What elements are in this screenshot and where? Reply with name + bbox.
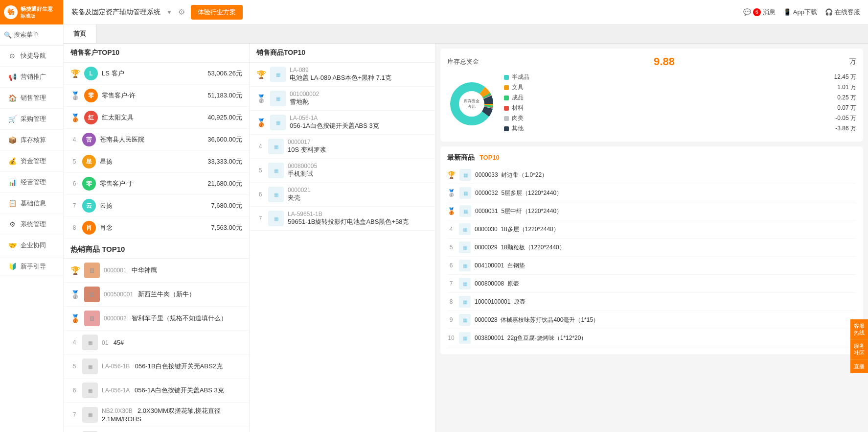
product-code: 0000017 bbox=[288, 139, 428, 145]
sidebar-item-enterprise[interactable]: 🤝企业协同 bbox=[0, 235, 63, 256]
inventory-panel: 库存总资金 9.88 万 bbox=[440, 48, 863, 142]
main-wrapper: 装备及固定资产辅助管理系统 ▼ ⚙ 体验行业方案 💬 6 消息 📱 App下载 … bbox=[64, 0, 868, 432]
customer-avatar: 肖 bbox=[82, 221, 96, 235]
app-download-button[interactable]: 📱 App下载 bbox=[783, 8, 817, 17]
sidebar-item-guide[interactable]: 🔰新手引导 bbox=[0, 256, 63, 277]
rank-icon: 🥈 bbox=[70, 91, 80, 100]
rank-num: 7 bbox=[256, 215, 264, 222]
svg-text:库存资金: 库存资金 bbox=[464, 99, 480, 103]
inventory-total-value: 9.88 bbox=[654, 55, 675, 68]
customer-avatar: 云 bbox=[82, 199, 96, 213]
product-list-item: 🥈 ▦ 001000002 雪地靴 bbox=[250, 87, 435, 111]
product-name: 手机测试 bbox=[288, 169, 428, 178]
sidebar-item-finance[interactable]: 💰资金管理 bbox=[0, 151, 63, 172]
legend-item: 其他 -3.86 万 bbox=[504, 124, 856, 133]
product-code: 000800005 bbox=[288, 163, 428, 169]
product-info: 000800005 手机测试 bbox=[288, 163, 428, 178]
new-product-thumb: ▦ bbox=[459, 205, 471, 217]
hot-product-name: 056-1B白色按键开关壳ABS2克 bbox=[135, 362, 223, 370]
hot-product-info: LA-056-1B 056-1B白色按键开关壳ABS2克 bbox=[102, 362, 242, 371]
float-buttons: 客服热线服务社区直播 bbox=[850, 319, 868, 373]
customer-section-header: 销售客户TOP10 bbox=[64, 44, 249, 63]
new-product-item: 6 ▦ 004100001 白钢垫 bbox=[447, 257, 856, 275]
rank-num: 5 bbox=[447, 244, 455, 251]
system-title: 装备及固定资产辅助管理系统 bbox=[71, 8, 160, 17]
rank-icon: 🥉 bbox=[447, 207, 456, 215]
float-button[interactable]: 客服热线 bbox=[850, 319, 868, 340]
legend-label: 成品 bbox=[512, 94, 834, 102]
legend-label: 肉类 bbox=[512, 114, 832, 122]
thumb-img: 🖼 bbox=[90, 316, 94, 321]
dropdown-icon[interactable]: ▼ bbox=[166, 9, 172, 16]
product-code: 001000002 bbox=[290, 91, 428, 97]
sidebar-nav: ⊙快捷导航📢营销推广🏠销售管理🛒采购管理📦库存核算💰资金管理📊经营管理📋基础信息… bbox=[0, 46, 63, 432]
rank-num: 10 bbox=[447, 335, 455, 341]
new-product-text: 0000033 封边带（1.0*22） bbox=[475, 171, 856, 179]
customer-list-item: 8 肖 肖念 7,563.00元 bbox=[64, 217, 249, 239]
sidebar-item-quick-nav[interactable]: ⊙快捷导航 bbox=[0, 46, 63, 67]
customer-name: 肖念 bbox=[100, 223, 207, 232]
rank-num: 8 bbox=[447, 298, 455, 305]
legend-dot bbox=[504, 75, 509, 80]
trial-button[interactable]: 体验行业方案 bbox=[191, 5, 243, 20]
new-product-thumb: ▦ bbox=[459, 278, 471, 289]
product-thumb: ▦ bbox=[270, 91, 286, 106]
legend-value: 0.07 万 bbox=[837, 104, 856, 112]
hot-product-code: 01 bbox=[102, 339, 112, 346]
new-product-item: 5 ▦ 0000029 18颗粒板（1220*2440） bbox=[447, 239, 856, 257]
sidebar-search[interactable]: 🔍 搜索菜单 bbox=[0, 24, 63, 46]
product-list-item: 5 ▦ 000800005 手机测试 bbox=[250, 159, 435, 183]
sidebar-item-system[interactable]: ⚙系统管理 bbox=[0, 214, 63, 235]
legend-item: 文具 1.01 万 bbox=[504, 83, 856, 92]
settings-icon[interactable]: ⚙ bbox=[178, 7, 185, 17]
rank-icon: 🏆 bbox=[447, 171, 456, 179]
customer-name: LS 客户 bbox=[102, 69, 204, 78]
legend-dot bbox=[504, 126, 509, 131]
rank-num: 7 bbox=[447, 280, 455, 287]
rank-num: 4 bbox=[447, 226, 455, 233]
product-list-item: 6 ▦ 0000021 夹壳 bbox=[250, 183, 435, 207]
customer-avatar: 零 bbox=[84, 89, 98, 102]
new-product-text: 000800008 原壶 bbox=[475, 280, 856, 288]
product-list: 🏆 ▦ LA-089 电池盖 LA-089 ABS本色+黑种 7.1克 🥈 ▦ … bbox=[250, 63, 435, 231]
nav-icon-marketing: 📢 bbox=[8, 73, 17, 81]
new-product-text: 0000032 5层多层（1220*2440） bbox=[475, 189, 856, 197]
sidebar-item-basic-info[interactable]: 📋基础信息 bbox=[0, 193, 63, 214]
message-button[interactable]: 💬 6 消息 bbox=[743, 8, 776, 17]
hot-product-code: LA-056-1B bbox=[102, 363, 133, 370]
hot-product-name: 056-1A白色按键开关盖ABS 3克 bbox=[135, 386, 224, 394]
message-badge: 6 bbox=[753, 8, 761, 16]
rank-num: 5 bbox=[70, 158, 78, 165]
float-button[interactable]: 服务社区 bbox=[850, 339, 868, 360]
hot-products-header: 热销商品 TOP10 bbox=[64, 239, 249, 259]
hot-product-name: 新西兰牛肉（新牛） bbox=[138, 290, 195, 298]
hot-product-code: 0000001 bbox=[104, 267, 130, 274]
new-product-thumb: ▦ bbox=[459, 296, 471, 308]
online-service-button[interactable]: 🎧 在线客服 bbox=[825, 8, 860, 17]
nav-icon-operations: 📊 bbox=[8, 178, 17, 186]
search-menu-button[interactable]: 🔍 搜索菜单 bbox=[4, 28, 59, 41]
tab-home[interactable]: 首页 bbox=[64, 24, 96, 43]
hot-product-info: 000500001 新西兰牛肉（新牛） bbox=[104, 290, 242, 299]
nav-icon-quick-nav: ⊙ bbox=[8, 52, 17, 60]
thumb-icon: ▦ bbox=[274, 144, 278, 149]
sidebar-item-sales[interactable]: 🏠销售管理 bbox=[0, 88, 63, 109]
sidebar-item-operations[interactable]: 📊经营管理 bbox=[0, 172, 63, 193]
legend-item: 材料 0.07 万 bbox=[504, 104, 856, 112]
rank-num: 7 bbox=[70, 411, 78, 418]
rank-icon: 🏆 bbox=[70, 266, 80, 275]
customer-list-item: 5 星 星扬 33,333.00元 bbox=[64, 151, 249, 173]
sidebar-item-marketing[interactable]: 📢营销推广 bbox=[0, 67, 63, 88]
new-product-item: 🏆 ▦ 0000033 封边带（1.0*22） bbox=[447, 166, 856, 184]
new-product-text: 003800001 22g鱼豆腐-烧烤味（1*12*20） bbox=[475, 334, 856, 342]
sidebar-item-purchase[interactable]: 🛒采购管理 bbox=[0, 109, 63, 130]
legend-value: 0.25 万 bbox=[837, 94, 856, 102]
hot-product-item: 🥈 🖼 000500001 新西兰牛肉（新牛） bbox=[64, 283, 249, 307]
product-info: 0000021 夹壳 bbox=[288, 187, 428, 202]
rank-num: 6 bbox=[70, 180, 78, 187]
float-button[interactable]: 直播 bbox=[850, 360, 868, 373]
sidebar-item-inventory[interactable]: 📦库存核算 bbox=[0, 130, 63, 151]
product-section-header: 销售商品TOP10 bbox=[250, 44, 435, 63]
legend-label: 其他 bbox=[512, 124, 832, 133]
customer-list-item: 4 苦 苍南县人民医院 36,600.00元 bbox=[64, 129, 249, 151]
